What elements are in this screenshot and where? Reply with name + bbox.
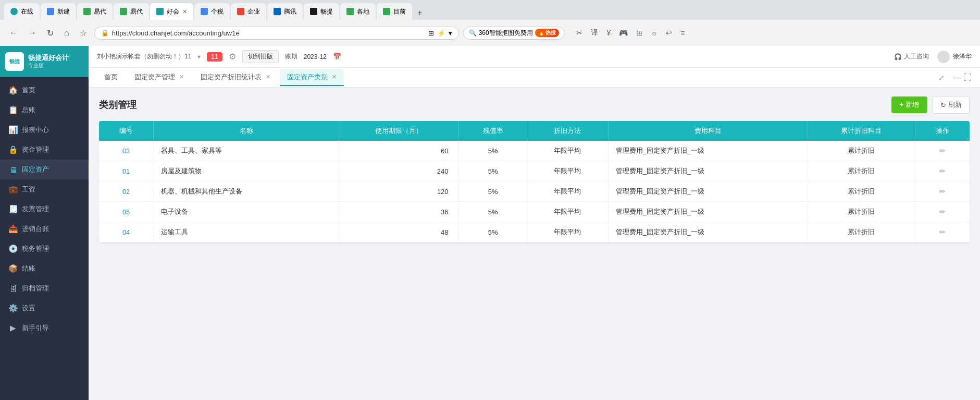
browser-tab-yidai2[interactable]: 易代 — [114, 3, 149, 20]
expand-tabs-icon: ⤢ — [938, 74, 945, 82]
sidebar-item-ledger[interactable]: 📋 总账 — [0, 100, 89, 120]
user-avatar-area[interactable]: 徐泽华 — [937, 51, 972, 63]
sidebar-item-settings[interactable]: ⚙️ 设置 — [0, 298, 89, 318]
calendar-icon[interactable]: 📅 — [333, 53, 341, 60]
refresh-label: 刷新 — [948, 100, 962, 110]
brightness-icon[interactable]: ☼ — [648, 27, 661, 39]
cell-actions: ✏ — [915, 202, 970, 222]
settings-small-icon[interactable]: ⚙ — [229, 52, 236, 62]
col-header-residual: 残值率 — [459, 121, 527, 141]
menu-icon[interactable]: ≡ — [677, 27, 688, 39]
browser-tab-changjie[interactable]: 畅提 — [304, 3, 339, 20]
translate-icon[interactable]: 译 — [588, 26, 601, 40]
tab-home[interactable]: 首页 — [97, 69, 125, 86]
tab-fixed-mgmt[interactable]: 固定资产管理 ✕ — [127, 69, 191, 86]
cell-residual: 5% — [459, 222, 527, 243]
col-header-code: 编号 — [99, 121, 154, 141]
browser-tab-gesui[interactable]: 个税 — [194, 3, 230, 20]
tab-label: 易代 — [130, 7, 143, 16]
sidebar-item-tax[interactable]: 💿 税务管理 — [0, 239, 89, 259]
refresh-button[interactable]: ↻ 刷新 — [933, 96, 970, 114]
sidebar-item-guide[interactable]: ▶ 新手引导 — [0, 318, 89, 338]
col-header-period: 使用期限（月） — [339, 121, 459, 141]
lock-icon: 🔒 — [101, 29, 109, 37]
edit-icon[interactable]: ✏ — [939, 187, 946, 196]
browser-tab-online[interactable]: 在线 — [4, 3, 40, 20]
cell-accum-subject: 累计折旧 — [808, 202, 915, 222]
browser-tab-new[interactable]: 新建 — [41, 3, 76, 20]
table-row: 02 机器、机械和其他生产设备 120 5% 年限平均 管理费用_固定资产折旧_… — [99, 181, 970, 202]
game-icon[interactable]: 🎮 — [616, 27, 631, 39]
table-row: 01 房屋及建筑物 240 5% 年限平均 管理费用_固定资产折旧_一级 累计折… — [99, 161, 970, 181]
sidebar-item-reports[interactable]: 📊 报表中心 — [0, 120, 89, 140]
sidebar-item-settings-label: 设置 — [22, 304, 35, 313]
browser-tab-haohui[interactable]: 好会 ✕ — [150, 3, 193, 20]
reload-button[interactable]: ↻ — [44, 26, 57, 40]
bookmark-button[interactable]: ☆ — [77, 26, 90, 40]
tab-expand-button[interactable]: ⤢ — [936, 71, 947, 84]
browser-tab-qiye[interactable]: 企业 — [231, 3, 266, 20]
support-button[interactable]: 🎧 人工咨询 — [894, 52, 929, 61]
sidebar-item-funds[interactable]: 🔒 资金管理 — [0, 140, 89, 160]
grid-icon[interactable]: ⊞ — [633, 27, 646, 39]
tab-depreciation[interactable]: 固定资产折旧统计表 ✕ — [193, 69, 278, 86]
tab-category[interactable]: 固定资产类别 ✕ — [280, 69, 344, 86]
tab-label: 各地 — [357, 7, 369, 16]
undo-icon[interactable]: ↩ — [663, 27, 675, 39]
edit-icon[interactable]: ✏ — [939, 147, 946, 155]
address-bar[interactable]: 🔒 https://cloud.chanjet.com/accounting/u… — [94, 27, 459, 40]
tab-category-close[interactable]: ✕ — [332, 74, 337, 80]
browser-tab-yidai1[interactable]: 易代 — [77, 3, 113, 20]
tab-depreciation-close[interactable]: ✕ — [266, 74, 270, 80]
sidebar-item-stock[interactable]: 📥 进销台账 — [0, 219, 89, 239]
sidebar-item-invoice[interactable]: 🧾 发票管理 — [0, 199, 89, 219]
sidebar-item-checkout-label: 结账 — [22, 264, 35, 273]
switch-version-button[interactable]: 切到旧版 — [242, 50, 279, 63]
cell-expense-subject: 管理费用_固定资产折旧_一级 — [608, 202, 808, 222]
cell-name: 电子设备 — [154, 202, 339, 222]
tab-close-icon[interactable]: ✕ — [182, 8, 187, 15]
tab-fixed-mgmt-close[interactable]: ✕ — [179, 74, 184, 80]
cell-residual: 5% — [459, 141, 527, 161]
app-container: 畅捷 畅捷通好会计 专业版 🏠 首页 📋 总账 📊 报表中心 🔒 资金管 — [0, 46, 980, 400]
edit-icon[interactable]: ✏ — [939, 208, 946, 216]
cell-actions: ✏ — [915, 181, 970, 202]
sidebar-item-archive[interactable]: 🗄 归档管理 — [0, 278, 89, 298]
forward-button[interactable]: → — [25, 26, 40, 40]
edit-icon[interactable]: ✏ — [939, 228, 946, 236]
new-tab-button[interactable]: + — [413, 6, 426, 20]
browser-tab-bar: 在线 新建 易代 易代 好会 ✕ 个税 企业 腾讯 — [0, 0, 980, 20]
sidebar-item-stock-label: 进销台账 — [22, 224, 49, 234]
notification-count[interactable]: 11 — [207, 52, 222, 62]
col-header-expense: 费用科目 — [608, 121, 808, 141]
back-button[interactable]: ← — [6, 26, 21, 40]
sidebar-item-fixed-assets[interactable]: 🖥 固定资产 — [0, 160, 89, 179]
sidebar-item-checkout[interactable]: 📦 结账 — [0, 259, 89, 278]
cell-accum-subject: 累计折旧 — [808, 141, 915, 161]
browser-tab-gedi[interactable]: 各地 — [340, 3, 376, 20]
sidebar-item-home-label: 首页 — [22, 86, 35, 95]
wallet-icon[interactable]: ¥ — [603, 27, 614, 39]
cell-expense-subject: 管理费用_固定资产折旧_一级 — [608, 161, 808, 181]
sidebar-item-payroll[interactable]: 💼 工资 — [0, 179, 89, 199]
home-button[interactable]: ⌂ — [61, 26, 72, 40]
cell-period: 240 — [339, 161, 459, 181]
window-minimize-icon[interactable]: — — [953, 73, 961, 82]
cell-method: 年限平均 — [527, 202, 609, 222]
cell-actions: ✏ — [915, 141, 970, 161]
cell-method: 年限平均 — [527, 181, 609, 202]
expand-icon[interactable]: ▾ — [197, 53, 201, 60]
browser-tab-muqian[interactable]: 目前 — [377, 3, 412, 20]
cut-icon[interactable]: ✂ — [573, 27, 586, 39]
edit-icon[interactable]: ✏ — [939, 167, 946, 175]
sidebar-item-home[interactable]: 🏠 首页 — [0, 80, 89, 100]
home-icon: 🏠 — [8, 86, 18, 95]
search-box[interactable]: 🔍 360智能抠图免费用 🔥 热搜 — [463, 27, 565, 40]
browser-tab-tengxun[interactable]: 腾讯 — [267, 3, 303, 20]
main-content: 刘小艳演示帐套（勿删勿动！）11 ▾ 11 ⚙ 切到旧版 账期 2023-12 … — [89, 46, 980, 400]
window-maximize-icon[interactable]: ⛶ — [963, 73, 972, 82]
add-button[interactable]: + 新增 — [891, 96, 927, 113]
address-chevron-icon[interactable]: ▾ — [449, 29, 452, 37]
tab-label: 在线 — [21, 7, 33, 16]
cell-actions: ✏ — [915, 161, 970, 181]
